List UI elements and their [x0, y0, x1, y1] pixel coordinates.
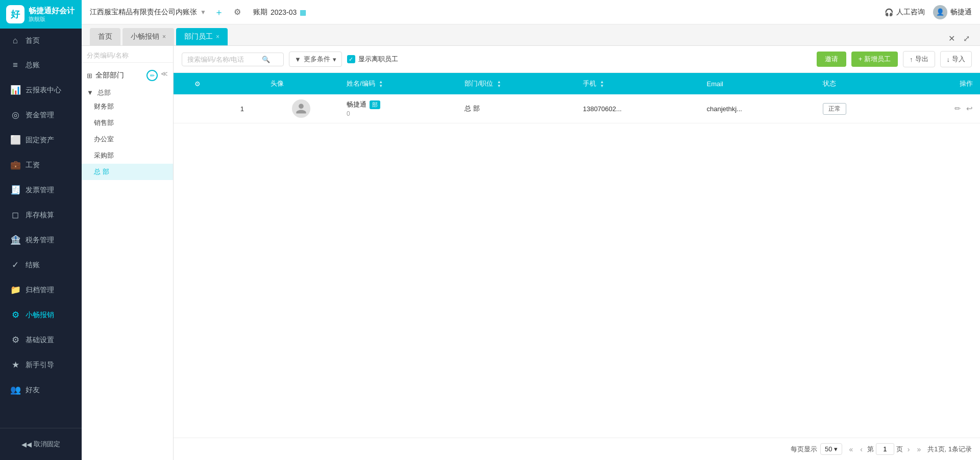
toolbar-right: 邀请 + 新增员工 ↑ 导出 ↓ 导入	[817, 51, 972, 67]
dept-item-general-dept[interactable]: 总 部	[82, 164, 173, 180]
avatar-circle	[292, 99, 310, 118]
sidebar-item-cloud-reports[interactable]: 📊 云报表中心	[0, 78, 82, 103]
cancel-fixed-label: 取消固定	[34, 440, 60, 449]
sidebar-item-expense[interactable]: ⚙ 小畅报销	[0, 302, 82, 327]
row-name-code: 畅捷通 部 0	[339, 94, 457, 123]
dept-tree: ⊞ 全部部门 ✏ ≪ ▼ 总部 财务部 销售部	[82, 63, 173, 460]
sidebar-item-label: 资金管理	[26, 111, 54, 120]
dept-edit-button[interactable]: ✏	[146, 70, 158, 81]
col-index	[221, 73, 263, 94]
chevron-down-icon: ▼	[200, 9, 206, 16]
sidebar-item-invoice[interactable]: 🧾 发票管理	[0, 177, 82, 202]
add-employee-button[interactable]: + 新增员工	[851, 52, 898, 67]
sidebar-item-tax[interactable]: 🏦 税务管理	[0, 227, 82, 252]
service-button[interactable]: 🎧 人工咨询	[885, 8, 925, 17]
edit-action-icon[interactable]: ✏	[954, 104, 961, 113]
col-name-code[interactable]: 姓名/编码 ▲▼	[339, 73, 457, 94]
tax-icon: 🏦	[10, 235, 20, 245]
guide-icon: ★	[10, 360, 20, 370]
right-toolbar: 🔍 ▼ 更多条件 ▾ ✓ 显示离职员工 邀请 + 新增员工	[174, 46, 980, 73]
user-menu[interactable]: 👤 畅捷通	[933, 5, 972, 19]
sidebar-item-label: 总账	[26, 61, 40, 70]
invoice-icon: 🧾	[10, 185, 20, 195]
sidebar-item-label: 税务管理	[26, 236, 54, 245]
status-badge: 正常	[823, 103, 846, 115]
dept-search-input[interactable]	[87, 52, 173, 59]
tab-dept-label: 部门员工	[184, 32, 213, 41]
sidebar-item-guide[interactable]: ★ 新手引导	[0, 352, 82, 377]
export-icon: ↑	[910, 56, 913, 63]
settings-button[interactable]: ⚙	[232, 5, 243, 19]
col-phone[interactable]: 手机 ▲▼	[576, 73, 700, 94]
service-label: 人工咨询	[896, 8, 925, 17]
tab-dept-employee[interactable]: 部门员工 ×	[176, 28, 228, 45]
period-selector[interactable]: 账期 2023-03 ▦	[253, 8, 306, 17]
employee-search-box: 🔍	[182, 53, 284, 66]
employee-name: 畅捷通	[347, 100, 366, 109]
expand-arrow-icon: ▼	[87, 89, 93, 96]
tab-home[interactable]: 首页	[90, 28, 120, 45]
tab-expense[interactable]: 小畅报销 ×	[122, 28, 174, 45]
sidebar-item-basic-settings[interactable]: ⚙ 基础设置	[0, 327, 82, 352]
tab-dept-close[interactable]: ×	[216, 33, 219, 40]
close-tab-action[interactable]: ✕	[946, 32, 957, 45]
sidebar-item-archive[interactable]: 📁 归档管理	[0, 277, 82, 302]
show-resigned-label: 显示离职员工	[358, 55, 398, 64]
sidebar-logo[interactable]: 好 畅捷通好会计 旗舰版	[0, 0, 82, 29]
invite-button[interactable]: 邀请	[817, 52, 846, 67]
per-page-select: 每页显示 50 ▾	[791, 443, 842, 455]
next-page-button[interactable]: ›	[905, 444, 913, 454]
sidebar-item-label: 固定资产	[26, 136, 54, 145]
tab-expense-close[interactable]: ×	[162, 33, 166, 40]
sidebar-item-fund-management[interactable]: ◎ 资金管理	[0, 103, 82, 127]
total-info: 共1页, 1条记录	[927, 445, 972, 454]
col-email: Email	[700, 73, 816, 94]
show-resigned-toggle[interactable]: ✓ 显示离职员工	[347, 55, 398, 64]
resigned-checkbox[interactable]: ✓	[347, 55, 355, 63]
employee-code: 0	[347, 110, 450, 117]
contacts-icon: 👥	[10, 385, 20, 395]
all-dept-row[interactable]: ⊞ 全部部门 ✏ ≪	[82, 66, 173, 85]
company-selector[interactable]: 江西服宝精品有限责任公司内账张 ▼	[90, 8, 206, 17]
sidebar-item-fixed-assets[interactable]: ⬜ 固定资产	[0, 127, 82, 152]
employee-search-input[interactable]	[187, 56, 259, 63]
fixed-assets-icon: ⬜	[10, 135, 20, 145]
sidebar-item-inventory[interactable]: ◻ 库存核算	[0, 202, 82, 227]
expand-tab-action[interactable]: ⤢	[961, 32, 972, 45]
page-suffix-label: 页	[896, 445, 903, 454]
per-page-dropdown[interactable]: 50 ▾	[820, 443, 842, 455]
tabs-bar: 首页 小畅报销 × 部门员工 × ✕ ⤢	[82, 24, 980, 46]
export-button[interactable]: ↑ 导出	[903, 51, 935, 67]
sidebar-item-label: 好友	[26, 386, 40, 395]
import-button[interactable]: ↓ 导入	[940, 51, 972, 67]
import-icon: ↓	[947, 56, 950, 63]
col-gear[interactable]: ⚙	[174, 73, 221, 94]
sidebar-item-checkout[interactable]: ✓ 结账	[0, 252, 82, 277]
row-index: 1	[221, 94, 263, 123]
logout-action-icon[interactable]: ↩	[966, 104, 973, 113]
dept-section-label[interactable]: ▼ 总部	[82, 85, 173, 98]
sidebar-item-contacts[interactable]: 👥 好友	[0, 377, 82, 402]
col-dept[interactable]: 部门/职位 ▲▼	[457, 73, 575, 94]
sidebar-item-home[interactable]: ⌂ 首页	[0, 29, 82, 53]
first-page-button[interactable]: «	[846, 444, 855, 454]
prev-page-button[interactable]: ‹	[857, 444, 865, 454]
sidebar-item-general-ledger[interactable]: ≡ 总账	[0, 53, 82, 78]
dept-item-finance[interactable]: 财务部	[82, 98, 173, 115]
per-page-value: 50	[825, 445, 832, 453]
search-icon[interactable]: 🔍	[262, 56, 270, 63]
current-page-input[interactable]	[876, 443, 894, 455]
dept-item-sales[interactable]: 销售部	[82, 115, 173, 131]
cancel-fixed-button[interactable]: ◀◀ 取消固定	[0, 435, 82, 454]
dept-collapse-button[interactable]: ≪	[161, 70, 168, 81]
sidebar-item-label: 库存核算	[26, 211, 54, 220]
chevron-down-icon: ▾	[333, 56, 336, 63]
dept-item-office[interactable]: 办公室	[82, 131, 173, 147]
sidebar-item-label: 首页	[26, 36, 40, 45]
dept-item-procurement[interactable]: 采购部	[82, 147, 173, 164]
filter-button[interactable]: ▼ 更多条件 ▾	[289, 52, 342, 67]
col-avatar: 头像	[263, 73, 339, 94]
last-page-button[interactable]: »	[915, 444, 924, 454]
sidebar-item-salary[interactable]: 💼 工资	[0, 152, 82, 177]
add-tab-button[interactable]: ＋	[212, 4, 226, 20]
